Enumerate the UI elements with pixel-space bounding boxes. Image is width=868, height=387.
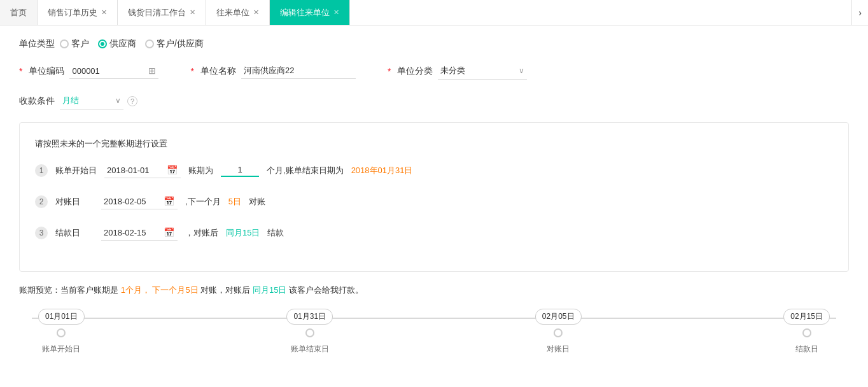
payment-terms-row: 收款条件 月结 ∨ ? xyxy=(19,92,849,109)
timeline-label-3: 对账日 xyxy=(547,344,570,355)
period-row-1-date-wrap: 📅 xyxy=(104,162,181,178)
radio-customer[interactable]: 客户 xyxy=(60,38,89,50)
unit-name-group: * 单位名称 xyxy=(190,64,355,79)
period-card: 请按照未来的一个完整帐期进行设置 1 账单开始日 📅 账期为 个月,账单结束日期… xyxy=(19,122,849,272)
unit-info-row: * 单位编码 ⊞ * 单位名称 * 单位分类 未分类 ∨ xyxy=(19,62,849,80)
timeline-dot-1 xyxy=(57,328,66,337)
unit-type-group: 单位类型 客户 供应商 客户/供应商 xyxy=(19,38,204,50)
timeline-date-4: 02月15日 xyxy=(783,309,830,325)
radio-both[interactable]: 客户/供应商 xyxy=(145,38,204,50)
unit-name-input[interactable] xyxy=(241,64,356,79)
tab-partners-close[interactable]: ✕ xyxy=(253,8,259,17)
payment-terms-arrow-icon: ∨ xyxy=(115,96,121,105)
period-row-3-cal-icon[interactable]: 📅 xyxy=(164,227,174,237)
preview-end: 该客户会给我打款。 xyxy=(289,285,363,295)
tab-cash-work-label: 钱货日清工作台 xyxy=(128,7,186,18)
unit-code-required: * xyxy=(19,66,22,76)
unit-category-value: 未分类 xyxy=(440,65,519,76)
preview-part2: 下一个月5日 xyxy=(152,285,198,295)
tab-partners[interactable]: 往来单位 ✕ xyxy=(206,0,270,25)
timeline-dot-container: 01月01日 账单开始日 01月31日 账单结束日 02月05日 对账日 02月… xyxy=(38,309,830,355)
tab-cash-work[interactable]: 钱货日清工作台 ✕ xyxy=(118,0,206,25)
preview-part1: 1个月， xyxy=(121,285,150,295)
unit-category-label: 单位分类 xyxy=(397,66,433,77)
unit-category-arrow-icon: ∨ xyxy=(519,66,524,75)
period-row-3-date-wrap: 📅 xyxy=(101,225,178,241)
unit-code-label: 单位编码 xyxy=(29,66,64,77)
chevron-right-icon: › xyxy=(858,8,862,18)
period-row-1-cal-icon[interactable]: 📅 xyxy=(167,165,178,175)
unit-code-input[interactable] xyxy=(69,64,146,78)
timeline-item-4: 02月15日 结款日 xyxy=(783,309,830,355)
payment-terms-value: 月结 xyxy=(62,95,115,106)
period-row-1-date-input[interactable] xyxy=(107,165,164,175)
radio-supplier-circle xyxy=(98,39,107,48)
period-row-2-date-input[interactable] xyxy=(104,197,161,206)
preview-part3: 同月15日 xyxy=(253,285,286,295)
radio-supplier[interactable]: 供应商 xyxy=(98,38,136,50)
period-row-3-suffix: 结款 xyxy=(267,227,284,239)
period-row-3-day: 同月15日 xyxy=(226,227,260,239)
tab-edit-partner-close[interactable]: ✕ xyxy=(333,8,339,17)
tab-bar: 首页 销售订单历史 ✕ 钱货日清工作台 ✕ 往来单位 ✕ 编辑往来单位 ✕ › xyxy=(0,0,868,25)
main-content: 单位类型 客户 供应商 客户/供应商 * 单位编码 xyxy=(0,25,868,387)
timeline-dot-3 xyxy=(554,328,563,337)
period-row-3-label: 结款日 xyxy=(55,227,94,239)
timeline-item-1: 01月01日 账单开始日 xyxy=(38,309,85,355)
unit-category-group: * 单位分类 未分类 ∨ xyxy=(388,62,527,80)
timeline-label-1: 账单开始日 xyxy=(42,344,80,355)
period-row-3-prefix: ，对账后 xyxy=(185,227,218,239)
timeline-dot-2 xyxy=(305,328,314,337)
period-row-3: 3 结款日 📅 ，对账后 同月15日 结款 xyxy=(35,225,833,241)
timeline-container: 01月01日 账单开始日 01月31日 账单结束日 02月05日 对账日 02月… xyxy=(19,309,849,355)
unit-type-label: 单位类型 xyxy=(19,38,55,50)
tab-home-label: 首页 xyxy=(10,7,27,18)
tab-sales-history[interactable]: 销售订单历史 ✕ xyxy=(38,0,118,25)
timeline-label-2: 账单结束日 xyxy=(291,344,329,355)
period-card-title: 请按照未来的一个完整帐期进行设置 xyxy=(35,138,833,150)
tab-edit-partner-label: 编辑往来单位 xyxy=(280,7,330,18)
tab-sales-history-label: 销售订单历史 xyxy=(48,7,97,18)
timeline-item-3: 02月05日 对账日 xyxy=(535,309,582,355)
tab-edit-partner[interactable]: 编辑往来单位 ✕ xyxy=(270,0,350,25)
period-row-1-after-1: 个月,账单结束日期为 xyxy=(267,165,344,176)
unit-code-group: * 单位编码 ⊞ xyxy=(19,64,158,79)
tab-home[interactable]: 首页 xyxy=(0,0,38,25)
period-row-1-end-date: 2018年01月31日 xyxy=(351,165,413,176)
radio-customer-circle xyxy=(60,39,69,48)
unit-category-select[interactable]: 未分类 ∨ xyxy=(438,62,527,80)
unit-type-radio-group: 客户 供应商 客户/供应商 xyxy=(60,38,204,50)
tab-cash-work-close[interactable]: ✕ xyxy=(190,8,195,17)
unit-name-required: * xyxy=(190,66,193,76)
period-row-1-before: 账期为 xyxy=(188,165,213,176)
radio-supplier-label: 供应商 xyxy=(109,38,136,50)
period-row-2-date-wrap: 📅 xyxy=(101,194,178,209)
payment-terms-group: 收款条件 月结 ∨ ? xyxy=(19,92,137,109)
period-row-1-label: 账单开始日 xyxy=(55,165,97,176)
unit-code-copy-icon[interactable]: ⊞ xyxy=(146,64,158,77)
period-row-1-num-input[interactable] xyxy=(221,164,259,177)
period-row-2-cal-icon[interactable]: 📅 xyxy=(164,196,174,206)
period-row-3-num: 3 xyxy=(35,227,48,239)
period-row-2-label: 对账日 xyxy=(55,196,94,208)
period-row-2-num: 2 xyxy=(35,195,48,208)
payment-terms-label: 收款条件 xyxy=(19,95,55,107)
timeline-date-1: 01月01日 xyxy=(38,309,85,325)
timeline-dot-4 xyxy=(802,328,811,337)
unit-type-row: 单位类型 客户 供应商 客户/供应商 xyxy=(19,38,849,50)
payment-terms-select[interactable]: 月结 ∨ xyxy=(60,92,123,109)
period-row-2-day: 5日 xyxy=(228,196,241,208)
preview-mid: 对账，对账后 xyxy=(200,285,250,295)
period-row-1-num: 1 xyxy=(35,164,48,177)
payment-terms-help-icon[interactable]: ? xyxy=(127,96,137,106)
period-row-3-date-input[interactable] xyxy=(104,228,161,237)
timeline-label-4: 结款日 xyxy=(795,344,818,355)
preview-section: 账期预览：当前客户账期是 1个月， 下一个月5日 对账，对账后 同月15日 该客… xyxy=(19,285,849,296)
period-row-1: 1 账单开始日 📅 账期为 个月,账单结束日期为 2018年01月31日 xyxy=(35,162,833,178)
radio-both-circle xyxy=(145,39,154,48)
radio-both-label: 客户/供应商 xyxy=(157,38,204,50)
tab-sales-history-close[interactable]: ✕ xyxy=(101,8,107,17)
unit-name-label: 单位名称 xyxy=(200,66,236,77)
tab-more-button[interactable]: › xyxy=(851,0,868,25)
payment-terms-dropdown-row: 月结 ∨ ? xyxy=(60,92,137,109)
